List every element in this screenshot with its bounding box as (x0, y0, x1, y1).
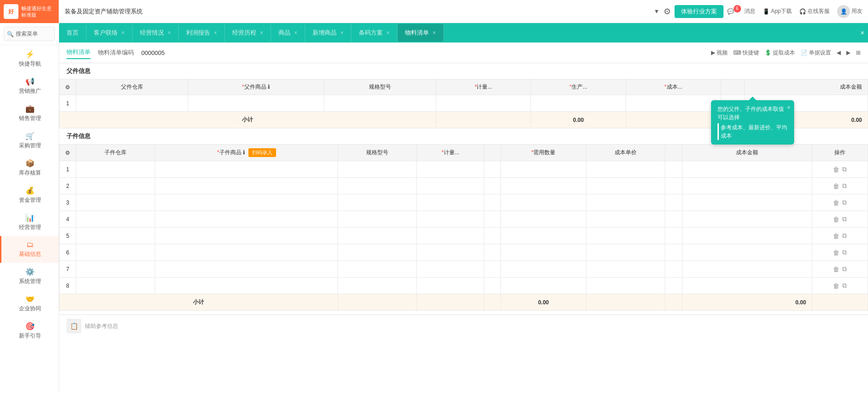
delete-icon-5[interactable]: 🗑 (833, 232, 839, 240)
child-warehouse-5[interactable] (76, 228, 155, 244)
child-unit-6[interactable] (417, 244, 484, 261)
parent-col-settings[interactable]: ⚙ (60, 79, 76, 95)
delete-icon-2[interactable]: 🗑 (833, 182, 839, 190)
shortcut-action[interactable]: ⌨ 快捷键 (733, 49, 759, 57)
tab-1[interactable]: 客户联络× (86, 24, 133, 42)
child-qty-1[interactable] (501, 161, 586, 178)
sidebar-item-3[interactable]: 🛒采购管理 (0, 127, 59, 154)
child-spec-7[interactable] (338, 261, 416, 278)
search-menu-button[interactable]: 🔍 搜索菜单 (4, 27, 55, 41)
child-unit-3[interactable] (417, 194, 484, 211)
sidebar-item-5[interactable]: 💰资金管理 (0, 181, 59, 209)
tab-close-1[interactable]: × (121, 30, 125, 36)
child-product-7[interactable] (155, 261, 338, 278)
child-product-2[interactable] (155, 178, 338, 194)
sidebar-item-7[interactable]: 🗂基础信息 (0, 236, 59, 263)
child-warehouse-7[interactable] (76, 261, 155, 278)
copy-icon-1[interactable]: ⧉ (842, 165, 847, 173)
child-product-5[interactable] (155, 228, 338, 244)
cost-action[interactable]: 💲 提取成本 (765, 49, 795, 57)
copy-icon-4[interactable]: ⧉ (842, 215, 847, 223)
child-ucost-4[interactable] (586, 211, 665, 228)
nav-next-icon[interactable]: ▶ (846, 49, 850, 56)
copy-icon-3[interactable]: ⧉ (842, 199, 847, 206)
child-ucost-3[interactable] (586, 194, 665, 211)
tab-6[interactable]: 新增商品× (305, 24, 351, 42)
tab-0[interactable]: 首页 (59, 24, 86, 42)
sidebar-item-8[interactable]: ⚙️系统管理 (0, 263, 59, 290)
child-unit-1[interactable] (417, 161, 484, 178)
child-spec-2[interactable] (338, 178, 416, 194)
child-product-3[interactable] (155, 194, 338, 211)
tab-3[interactable]: 利润报告× (179, 24, 225, 42)
child-warehouse-4[interactable] (76, 211, 155, 228)
child-unit-7[interactable] (417, 261, 484, 278)
parent-cost-cell[interactable] (626, 95, 721, 112)
parent-product-cell[interactable] (188, 95, 324, 112)
child-ucost-5[interactable] (586, 228, 665, 244)
settings-icon[interactable]: ⚙ (663, 6, 671, 17)
tab-close-4[interactable]: × (260, 30, 263, 36)
child-product-4[interactable] (155, 211, 338, 228)
tab-close-8[interactable]: × (433, 30, 436, 36)
child-warehouse-8[interactable] (76, 278, 155, 294)
child-unit-2[interactable] (417, 178, 484, 194)
copy-icon-7[interactable]: ⧉ (842, 265, 847, 273)
child-warehouse-2[interactable] (76, 178, 155, 194)
close-all-tabs-btn[interactable]: × (857, 24, 868, 41)
child-spec-1[interactable] (338, 161, 416, 178)
tab-5[interactable]: 商品× (271, 24, 305, 42)
delete-icon-3[interactable]: 🗑 (833, 199, 839, 206)
child-warehouse-1[interactable] (76, 161, 155, 178)
copy-icon-5[interactable]: ⧉ (842, 232, 847, 240)
child-product-6[interactable] (155, 244, 338, 261)
tab-close-5[interactable]: × (294, 30, 297, 36)
parent-warehouse-cell[interactable] (76, 95, 188, 112)
tab-close-6[interactable]: × (340, 30, 344, 36)
grid-view-icon[interactable]: ⊞ (856, 49, 861, 56)
child-qty-5[interactable] (501, 228, 586, 244)
child-ucost-6[interactable] (586, 244, 665, 261)
sub-tab-code[interactable]: 物料清单编码 (98, 47, 134, 59)
child-spec-4[interactable] (338, 211, 416, 228)
child-spec-3[interactable] (338, 194, 416, 211)
tab-4[interactable]: 经营历程× (225, 24, 271, 42)
child-spec-8[interactable] (338, 278, 416, 294)
child-ucost-1[interactable] (586, 161, 665, 178)
settings-action[interactable]: 📄 单据设置 (801, 49, 831, 57)
tab-2[interactable]: 经营情况× (133, 24, 179, 42)
dropdown-icon[interactable]: ▼ (654, 8, 660, 15)
child-qty-4[interactable] (501, 211, 586, 228)
tab-7[interactable]: 条码方案× (351, 24, 398, 42)
copy-icon-6[interactable]: ⧉ (842, 248, 847, 256)
sidebar-search[interactable]: 🔍 搜索菜单 (0, 23, 59, 45)
sidebar-item-4[interactable]: 📦库存核算 (0, 154, 59, 181)
child-qty-7[interactable] (501, 261, 586, 278)
child-ucost-8[interactable] (586, 278, 665, 294)
note-icon[interactable]: 📋 (66, 319, 81, 333)
child-spec-5[interactable] (338, 228, 416, 244)
tooltip-close-btn[interactable]: × (787, 103, 790, 112)
copy-icon-2[interactable]: ⧉ (842, 182, 847, 190)
child-ucost-2[interactable] (586, 178, 665, 194)
sidebar-item-6[interactable]: 📊经营管理 (0, 209, 59, 236)
child-qty-2[interactable] (501, 178, 586, 194)
delete-icon-8[interactable]: 🗑 (833, 282, 839, 290)
sidebar-item-1[interactable]: 📢营销推广 (0, 73, 59, 100)
parent-spec-cell[interactable] (324, 95, 436, 112)
parent-produce-cell[interactable] (531, 95, 626, 112)
child-qty-6[interactable] (501, 244, 586, 261)
child-unit-5[interactable] (417, 228, 484, 244)
user-item[interactable]: 👤 用友 (837, 5, 862, 18)
parent-unit-cell[interactable] (436, 95, 531, 112)
experience-btn[interactable]: 体验行业方案 (675, 5, 723, 18)
child-product-8[interactable] (155, 278, 338, 294)
online-service-item[interactable]: 🎧 在线客服 (799, 7, 830, 15)
messages-item[interactable]: 💬 6 消息 (727, 7, 755, 15)
sub-tab-bom[interactable]: 物料清单 (66, 46, 90, 59)
child-spec-6[interactable] (338, 244, 416, 261)
delete-icon-4[interactable]: 🗑 (833, 216, 839, 223)
delete-icon-6[interactable]: 🗑 (833, 249, 839, 256)
tab-close-7[interactable]: × (386, 30, 390, 36)
scan-btn[interactable]: 扫码录入 (248, 148, 276, 157)
